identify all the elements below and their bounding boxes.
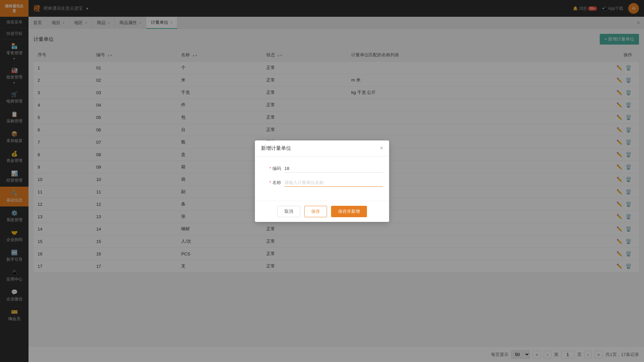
- cancel-button[interactable]: 取消: [277, 206, 300, 217]
- modal-header: 新增计量单位 ×: [255, 140, 389, 157]
- modal-close-button[interactable]: ×: [380, 145, 383, 151]
- add-unit-modal: 新增计量单位 × * 编码 * 名称 取消 保存 保存并新增: [255, 140, 389, 222]
- modal-title: 新增计量单位: [261, 145, 291, 152]
- code-input[interactable]: [284, 165, 383, 173]
- modal-body: * 编码 * 名称: [255, 157, 389, 201]
- code-label-text: 编码: [272, 166, 281, 171]
- form-row-code: * 编码: [261, 165, 383, 173]
- modal-overlay: 新增计量单位 × * 编码 * 名称 取消 保存 保存并新增: [0, 0, 644, 362]
- code-label: * 编码: [261, 166, 281, 172]
- name-label: * 名称: [261, 180, 281, 186]
- name-label-text: 名称: [272, 180, 281, 185]
- name-required-mark: *: [269, 180, 271, 185]
- name-input[interactable]: [284, 179, 383, 187]
- save-new-button[interactable]: 保存并新增: [331, 206, 367, 217]
- modal-footer: 取消 保存 保存并新增: [255, 201, 389, 222]
- save-button[interactable]: 保存: [304, 206, 327, 217]
- form-row-name: * 名称: [261, 179, 383, 187]
- code-required-mark: *: [269, 166, 271, 171]
